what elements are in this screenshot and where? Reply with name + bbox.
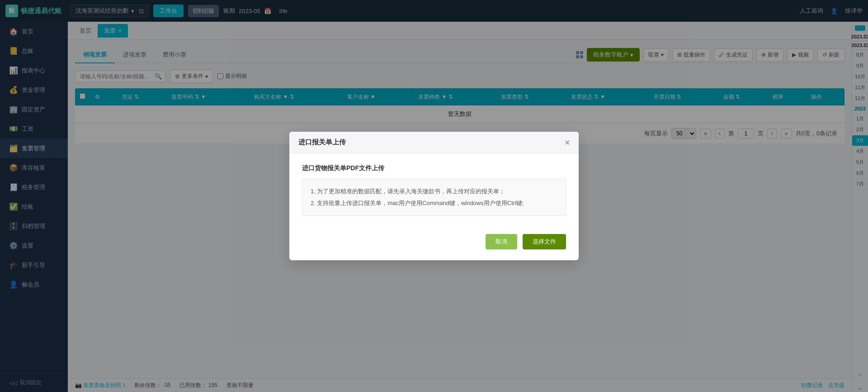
modal-close-button[interactable]: × [565, 139, 570, 147]
modal-title: 进口报关单上传 [298, 138, 346, 147]
modal-select-file-button[interactable]: 选择文件 [523, 234, 566, 249]
modal-info-line-2: 2. 支持批量上传进口报关单，mac用户使用Command键，windows用户… [311, 197, 557, 209]
modal-info-box: 1. 为了更加精准的数据匹配，请先录入海关缴款书，再上传对应的报关单； 2. 支… [302, 179, 566, 216]
modal-header: 进口报关单上传 × [289, 132, 579, 153]
import-customs-modal: 进口报关单上传 × 进口货物报关单PDF文件上传 1. 为了更加精准的数据匹配，… [289, 132, 579, 260]
modal-overlay: 进口报关单上传 × 进口货物报关单PDF文件上传 1. 为了更加精准的数据匹配，… [0, 0, 868, 392]
modal-footer: 取消 选择文件 [289, 227, 579, 260]
modal-body: 进口货物报关单PDF文件上传 1. 为了更加精准的数据匹配，请先录入海关缴款书，… [289, 153, 579, 227]
modal-content-title: 进口货物报关单PDF文件上传 [302, 164, 566, 172]
modal-cancel-button[interactable]: 取消 [486, 234, 517, 249]
modal-info-line-1: 1. 为了更加精准的数据匹配，请先录入海关缴款书，再上传对应的报关单； [311, 186, 557, 197]
